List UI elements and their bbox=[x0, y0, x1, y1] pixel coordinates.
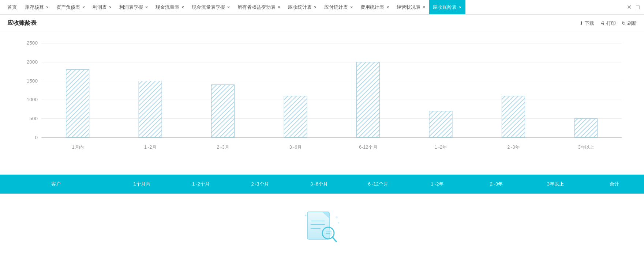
th-total: 合计 bbox=[585, 181, 644, 187]
bar-6 bbox=[429, 111, 452, 137]
th-1to2year: 1~2年 bbox=[408, 181, 467, 187]
close-icon[interactable]: × bbox=[459, 5, 461, 9]
bar-4 bbox=[284, 96, 307, 138]
svg-text:2~3月: 2~3月 bbox=[217, 145, 229, 150]
tab-balance[interactable]: 资产负债表 × bbox=[53, 0, 89, 15]
refresh-button[interactable]: ↻ 刷新 bbox=[622, 20, 637, 27]
close-icon[interactable]: × bbox=[314, 5, 317, 9]
close-icon[interactable]: × bbox=[145, 5, 148, 9]
tab-inventory[interactable]: 库存核算 × bbox=[21, 0, 53, 15]
th-2to3month: 2~3个月 bbox=[231, 181, 289, 187]
tab-operation[interactable]: 经营状况表 × bbox=[393, 0, 429, 15]
bar-7 bbox=[502, 96, 525, 138]
close-icon[interactable]: × bbox=[227, 5, 230, 9]
empty-illustration bbox=[302, 208, 342, 245]
close-icon[interactable]: × bbox=[46, 5, 49, 9]
svg-text:6-12个月: 6-12个月 bbox=[359, 145, 377, 150]
tab-receivable-stat[interactable]: 应收统计表 × bbox=[284, 0, 321, 15]
th-customer: 客户 bbox=[0, 181, 112, 187]
bar-3 bbox=[211, 85, 235, 138]
chart-area: 2500 2000 1500 1000 500 0 1月内 1~2月 bbox=[0, 32, 644, 175]
bar-2 bbox=[139, 81, 162, 138]
window-close-button[interactable]: ✕ bbox=[625, 3, 633, 11]
bar-5 bbox=[357, 62, 380, 137]
svg-text:1~2月: 1~2月 bbox=[144, 145, 156, 150]
svg-point-33 bbox=[338, 222, 339, 224]
window-maximize-button[interactable]: □ bbox=[634, 3, 641, 11]
chart-container: 2500 2000 1500 1000 500 0 1月内 1~2月 bbox=[15, 39, 629, 156]
svg-point-28 bbox=[324, 229, 332, 237]
tab-cashflow[interactable]: 现金流量表 × bbox=[152, 0, 188, 15]
svg-text:1月内: 1月内 bbox=[72, 145, 83, 150]
svg-text:2500: 2500 bbox=[27, 41, 38, 46]
svg-text:1~2年: 1~2年 bbox=[435, 145, 447, 150]
svg-text:1000: 1000 bbox=[27, 97, 38, 102]
tab-cashflow-quarter[interactable]: 现金流量表季报 × bbox=[188, 0, 234, 15]
close-icon[interactable]: × bbox=[82, 5, 85, 9]
th-6to12month: 6~12个月 bbox=[349, 181, 408, 187]
th-3yearplus: 3年以上 bbox=[526, 181, 585, 187]
svg-line-29 bbox=[332, 237, 336, 241]
download-icon: ⬇ bbox=[579, 20, 583, 26]
svg-text:1500: 1500 bbox=[27, 78, 38, 84]
page-header: 应收账龄表 ⬇ 下载 🖨 打印 ↻ 刷新 bbox=[0, 15, 644, 32]
print-icon: 🖨 bbox=[600, 20, 605, 26]
close-icon[interactable]: × bbox=[386, 5, 389, 9]
th-1to2month: 1~2个月 bbox=[171, 181, 230, 187]
refresh-icon: ↻ bbox=[622, 20, 626, 26]
th-3to6month: 3~6个月 bbox=[289, 181, 348, 187]
svg-text:3年以上: 3年以上 bbox=[578, 145, 594, 150]
tab-bar: 首页 库存核算 × 资产负债表 × 利润表 × 利润表季报 × 现金流量表 × … bbox=[0, 0, 644, 15]
main-content: 2500 2000 1500 1000 500 0 1月内 1~2月 bbox=[0, 32, 644, 263]
svg-text:2000: 2000 bbox=[27, 59, 38, 65]
print-button[interactable]: 🖨 打印 bbox=[600, 20, 616, 27]
bar-8 bbox=[574, 119, 598, 138]
svg-point-32 bbox=[305, 215, 307, 217]
tab-home[interactable]: 首页 bbox=[3, 4, 21, 11]
empty-state bbox=[0, 194, 644, 259]
svg-text:2~3年: 2~3年 bbox=[507, 145, 519, 150]
tab-equity[interactable]: 所有者权益变动表 × bbox=[234, 0, 284, 15]
th-1month: 1个月内 bbox=[112, 181, 171, 187]
header-actions: ⬇ 下载 🖨 打印 ↻ 刷新 bbox=[579, 20, 637, 27]
svg-point-34 bbox=[336, 216, 338, 218]
bar-1 bbox=[66, 70, 89, 138]
table-header: 客户 1个月内 1~2个月 2~3个月 3~6个月 6~12个月 1~2年 2~… bbox=[0, 175, 644, 194]
th-2to3year: 2~3年 bbox=[467, 181, 526, 187]
close-icon[interactable]: × bbox=[423, 5, 425, 9]
tab-expense-stat[interactable]: 费用统计表 × bbox=[357, 0, 393, 15]
close-icon[interactable]: × bbox=[109, 5, 112, 9]
tab-profit[interactable]: 利润表 × bbox=[89, 0, 116, 15]
tab-payable-stat[interactable]: 应付统计表 × bbox=[321, 0, 357, 15]
tab-aging[interactable]: 应收账龄表 × bbox=[429, 0, 465, 15]
download-button[interactable]: ⬇ 下载 bbox=[579, 20, 594, 27]
svg-text:500: 500 bbox=[29, 116, 38, 121]
page-title: 应收账龄表 bbox=[7, 19, 37, 27]
svg-text:0: 0 bbox=[35, 135, 38, 140]
chart-svg: 2500 2000 1500 1000 500 0 1月内 1~2月 bbox=[15, 39, 629, 156]
close-icon[interactable]: × bbox=[181, 5, 184, 9]
tab-profit-quarter[interactable]: 利润表季报 × bbox=[116, 0, 152, 15]
svg-text:3~6月: 3~6月 bbox=[289, 145, 302, 150]
tab-window-actions: ✕ □ bbox=[625, 3, 641, 11]
close-icon[interactable]: × bbox=[278, 5, 280, 9]
close-icon[interactable]: × bbox=[350, 5, 353, 9]
